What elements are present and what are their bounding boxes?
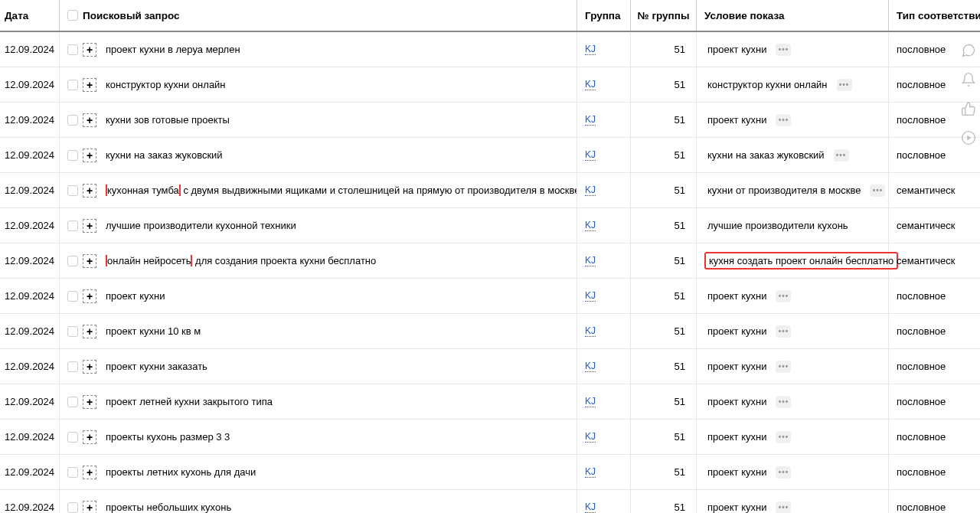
cell-query: +проект кухни 10 кв м <box>60 314 577 348</box>
cell-groupnum: 51 <box>631 314 697 348</box>
group-link[interactable]: KJ <box>585 502 596 513</box>
add-button[interactable]: + <box>83 466 96 479</box>
condition-text: проект кухни <box>704 394 769 409</box>
bell-icon[interactable] <box>961 72 976 87</box>
query-text: лучшие производители кухонной техники <box>101 220 296 231</box>
more-icon[interactable]: ••• <box>776 114 791 126</box>
add-button[interactable]: + <box>83 395 96 409</box>
add-button[interactable]: + <box>83 430 96 444</box>
cell-date: 12.09.2024 <box>0 67 60 102</box>
query-text: конструктор кухни онлайн <box>101 79 226 90</box>
group-link[interactable]: KJ <box>585 149 596 161</box>
highlight-box: онлайн нейросеть <box>106 255 192 266</box>
more-icon[interactable]: ••• <box>776 361 791 373</box>
group-link[interactable]: KJ <box>585 44 596 55</box>
play-icon[interactable] <box>961 130 976 145</box>
select-all-checkbox[interactable] <box>67 10 78 21</box>
row-checkbox[interactable] <box>67 115 78 126</box>
more-icon[interactable]: ••• <box>776 431 791 443</box>
row-checkbox[interactable] <box>67 361 78 372</box>
add-button[interactable]: + <box>83 360 96 374</box>
add-button[interactable]: + <box>83 219 96 233</box>
thumbs-up-icon[interactable] <box>961 101 976 116</box>
cell-condition: проект кухни••• <box>697 420 889 454</box>
cell-condition: проект кухни••• <box>697 314 889 348</box>
group-link[interactable]: KJ <box>585 114 596 126</box>
group-link[interactable]: KJ <box>585 79 596 90</box>
cell-groupnum: 51 <box>631 384 697 419</box>
add-button[interactable]: + <box>83 43 96 57</box>
add-button[interactable]: + <box>83 289 96 303</box>
more-icon[interactable]: ••• <box>870 185 885 197</box>
cell-condition: проект кухни••• <box>697 384 889 419</box>
row-checkbox[interactable] <box>67 185 78 196</box>
group-link[interactable]: KJ <box>585 396 596 407</box>
col-header-date[interactable]: Дата <box>0 0 60 31</box>
cell-query: +проекты небольших кухонь <box>60 490 577 513</box>
group-link[interactable]: KJ <box>585 466 596 478</box>
group-link[interactable]: KJ <box>585 431 596 443</box>
cell-date: 12.09.2024 <box>0 455 60 489</box>
cell-condition: проект кухни••• <box>697 349 889 384</box>
row-checkbox[interactable] <box>67 221 78 231</box>
cell-date: 12.09.2024 <box>0 420 60 454</box>
cell-groupnum: 51 <box>631 455 697 489</box>
cell-date: 12.09.2024 <box>0 349 60 384</box>
group-link[interactable]: KJ <box>585 325 596 337</box>
row-checkbox[interactable] <box>67 397 78 407</box>
row-checkbox[interactable] <box>67 326 78 337</box>
more-icon[interactable]: ••• <box>834 149 849 162</box>
add-button[interactable]: + <box>83 184 96 198</box>
table-row: 12.09.2024+лучшие производители кухонной… <box>0 208 980 243</box>
condition-text: проект кухни <box>704 430 769 444</box>
row-checkbox[interactable] <box>67 432 78 443</box>
row-checkbox[interactable] <box>67 44 78 55</box>
cell-condition: проект кухни••• <box>697 103 889 137</box>
add-button[interactable]: + <box>83 501 96 514</box>
more-icon[interactable]: ••• <box>776 290 791 302</box>
group-link[interactable]: KJ <box>585 220 596 231</box>
cell-group: KJ <box>577 455 631 489</box>
row-checkbox[interactable] <box>67 150 78 161</box>
col-header-group[interactable]: Группа <box>577 0 631 31</box>
cell-groupnum: 51 <box>631 32 697 67</box>
add-button[interactable]: + <box>83 254 96 268</box>
row-checkbox[interactable] <box>67 256 78 266</box>
row-checkbox[interactable] <box>67 80 78 90</box>
add-button[interactable]: + <box>83 325 96 338</box>
more-icon[interactable]: ••• <box>776 502 791 514</box>
col-header-condition[interactable]: Условие показа <box>697 0 889 31</box>
condition-text: кухни от производителя в москве <box>704 183 864 198</box>
cell-condition: проект кухни••• <box>697 32 889 67</box>
more-icon[interactable]: ••• <box>776 396 791 408</box>
row-checkbox[interactable] <box>67 291 78 302</box>
row-checkbox[interactable] <box>67 467 78 478</box>
col-header-query-label[interactable]: Поисковый запрос <box>83 10 179 21</box>
group-link[interactable]: KJ <box>585 255 596 266</box>
cell-query: +конструктор кухни онлайн <box>60 67 577 102</box>
cell-query: +проект кухни в леруа мерлен <box>60 32 577 67</box>
add-button[interactable]: + <box>83 78 96 92</box>
group-link[interactable]: KJ <box>585 361 596 372</box>
cell-type: семантическ <box>889 243 980 278</box>
cell-group: KJ <box>577 67 631 102</box>
cell-condition: лучшие производители кухонь <box>697 208 889 243</box>
more-icon[interactable]: ••• <box>776 325 791 338</box>
more-icon[interactable]: ••• <box>776 44 791 56</box>
more-icon[interactable]: ••• <box>776 466 791 479</box>
group-link[interactable]: KJ <box>585 185 596 196</box>
cell-type: пословное <box>889 455 980 489</box>
cell-query: +проект летней кухни закрытого типа <box>60 384 577 419</box>
cell-groupnum: 51 <box>631 279 697 313</box>
more-icon[interactable]: ••• <box>837 79 852 91</box>
cell-query: +проект кухни заказать <box>60 349 577 384</box>
chat-icon[interactable] <box>961 43 976 58</box>
add-button[interactable]: + <box>83 113 96 127</box>
side-rail <box>957 34 980 145</box>
col-header-groupnum[interactable]: № группы <box>631 0 697 31</box>
row-checkbox[interactable] <box>67 502 78 513</box>
cell-query: +лучшие производители кухонной техники <box>60 208 577 243</box>
col-header-type[interactable]: Тип соответствия <box>889 0 980 31</box>
group-link[interactable]: KJ <box>585 290 596 302</box>
add-button[interactable]: + <box>83 149 96 162</box>
